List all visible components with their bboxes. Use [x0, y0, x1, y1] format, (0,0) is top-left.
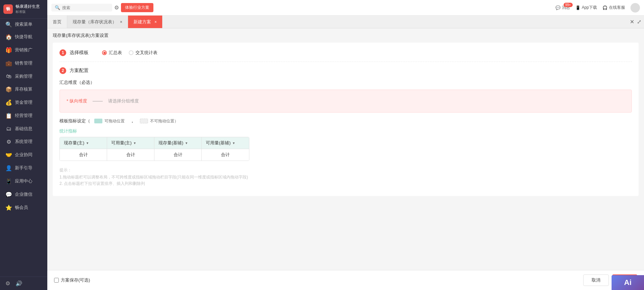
online-service-label: 在线客服 — [609, 5, 625, 10]
col1-chevron: ▾ — [134, 141, 136, 145]
clipboard-icon: 📋 — [5, 113, 12, 119]
sidebar-nav: 🔍 搜索菜单 🏠 快捷导航 🎁 营销推广 💼 销售管理 🛍 采购管理 📦 库存核… — [0, 19, 47, 276]
stat-section-title: 统计指标 — [59, 128, 632, 134]
not-draggable-color-box — [140, 119, 148, 123]
sidebar-item-search[interactable]: 🔍 搜索菜单 — [0, 19, 47, 30]
message-badge: 99+ — [564, 3, 573, 7]
save-checkbox[interactable]: 方案保存(可选) — [54, 277, 90, 283]
tabs-actions: ✕ ⤢ — [630, 19, 644, 25]
page-content: 现存量(库存状况表)方案设置 1 选择模板 汇总表 交叉统计表 — [47, 28, 644, 270]
audio-icon[interactable]: 🔊 — [16, 280, 22, 287]
sidebar-item-label: 营销推广 — [15, 47, 32, 53]
trial-industry-button[interactable]: 体验行业方案 — [121, 3, 153, 12]
tips-label: 提示： — [59, 167, 632, 173]
sidebar-item-system[interactable]: ⚙ 系统管理 — [0, 135, 47, 148]
col0-chevron: ▾ — [86, 141, 89, 145]
main-area: 🔍 ⚙ 体验行业方案 💬 消息 99+ 📱 App下载 🎧 在线客服 — [47, 0, 644, 290]
tab-home[interactable]: 首页 — [47, 16, 67, 28]
draggable-label: 可拖动位置 — [104, 118, 125, 124]
stat-col-1[interactable]: 可用量(主) ▾ — [107, 137, 154, 149]
online-service-group[interactable]: 🎧 在线客服 — [602, 5, 625, 10]
sidebar-item-sales[interactable]: 💼 销售管理 — [0, 57, 47, 70]
tips-item-1: 2. 点击标题栏下拉可设置排序、插入列和删除列 — [59, 181, 632, 187]
stat-col-2[interactable]: 现存量(基辅) ▾ — [154, 137, 202, 149]
sidebar-item-base-info[interactable]: 🗂 基础信息 — [0, 122, 47, 135]
user-avatar[interactable] — [630, 3, 640, 13]
briefcase-icon: 💼 — [5, 60, 12, 67]
headset-icon: 🎧 — [602, 5, 608, 10]
step2-label: 方案配置 — [70, 68, 89, 74]
indicator-settings-label: 模板指标设定（ — [59, 118, 90, 124]
page-footer: 方案保存(可选) 取消 查询 — [47, 270, 644, 290]
message-group[interactable]: 💬 消息 99+ — [555, 5, 570, 10]
app-download-group[interactable]: 📱 App下载 — [575, 5, 597, 10]
dimension-inner: * 纵向维度 请选择分组维度 — [67, 98, 625, 104]
tab-close-button[interactable]: ✕ — [630, 19, 634, 25]
sidebar-item-newcomer[interactable]: 👤 新手引导 — [0, 162, 47, 175]
sidebar-item-label: 销售管理 — [15, 60, 32, 66]
tab-inventory-close[interactable]: × — [120, 20, 122, 24]
save-checkbox-input[interactable] — [54, 278, 59, 283]
tab-expand-button[interactable]: ⤢ — [637, 19, 641, 25]
topbar-settings-icon[interactable]: ⚙ — [114, 4, 119, 11]
home-icon: 🏠 — [5, 34, 12, 40]
dimension-separator-line — [93, 101, 103, 101]
step2-header: 2 方案配置 — [59, 67, 632, 74]
sidebar-item-member[interactable]: ⭐ 畅会员 — [0, 201, 47, 214]
legend-separator: ， — [130, 118, 134, 124]
stat-table: 现存量(主) ▾ 可用量(主) ▾ 现存量(基辅) ▾ 可用量(基辅) ▾ — [59, 137, 249, 161]
sidebar-item-label: 搜索菜单 — [15, 21, 32, 27]
sidebar-item-label: 企业微信 — [15, 191, 32, 197]
topbar-search-input[interactable] — [62, 5, 103, 10]
tab-inventory[interactable]: 现存量（库存状况表） × — [67, 16, 128, 28]
sidebar-item-quick-nav[interactable]: 🏠 快捷导航 — [0, 30, 47, 44]
settings-bottom-icon[interactable]: ⚙ — [5, 280, 10, 287]
stat-cell-0: 合计 — [60, 149, 107, 161]
sidebar-item-wechat[interactable]: 💬 企业微信 — [0, 188, 47, 201]
radio-summary[interactable]: 汇总表 — [102, 50, 122, 56]
sidebar-item-inventory[interactable]: 📦 库存核算 — [0, 83, 47, 96]
not-draggable-label: 不可拖动位置） — [150, 118, 178, 124]
sidebar-item-label: 库存核算 — [15, 86, 32, 92]
box-icon: 📦 — [5, 86, 12, 93]
stat-col-3[interactable]: 可用量(基辅) ▾ — [202, 137, 249, 149]
step1-number: 1 — [59, 49, 66, 56]
sidebar-item-label: 基础信息 — [15, 126, 32, 132]
chat-icon: 💬 — [5, 191, 12, 198]
sidebar-logo: 畅 畅康通好生意 标准版 — [0, 0, 47, 19]
tab-inventory-label: 现存量（库存状况表） — [73, 19, 117, 25]
topbar-search-area[interactable]: 🔍 — [51, 4, 112, 11]
sidebar-item-app-center[interactable]: 📱 应用中心 — [0, 175, 47, 188]
save-option-label: 方案保存(可选) — [61, 277, 90, 283]
sidebar-item-marketing[interactable]: 🎁 营销推广 — [0, 44, 47, 57]
sidebar-item-label: 系统管理 — [15, 139, 32, 145]
cancel-button[interactable]: 取消 — [583, 274, 609, 286]
indicator-legend: 可拖动位置 ， 不可拖动位置） — [94, 118, 178, 124]
tips-item-0: 1.拖动标题栏可以调整布局，不可跨维度或指标区域拖动栏目字段(只能在同一维度或指… — [59, 174, 632, 180]
step2-number: 2 — [59, 67, 66, 74]
app-download-label: App下载 — [582, 5, 597, 10]
message-icon: 💬 — [555, 5, 561, 10]
sidebar-item-label: 经营管理 — [15, 113, 32, 119]
col3-chevron: ▾ — [233, 141, 235, 145]
gear-icon: ⚙ — [5, 139, 12, 145]
sidebar-item-label: 畅会员 — [15, 204, 28, 211]
ai-fab-button[interactable]: Ai — [612, 275, 644, 290]
stat-col-0[interactable]: 现存量(主) ▾ — [60, 137, 107, 149]
topbar-search-icon: 🔍 — [55, 5, 60, 10]
sidebar-item-finance[interactable]: 💰 资金管理 — [0, 96, 47, 109]
tab-new-plan-label: 新建方案 — [133, 19, 151, 25]
stat-cell-2: 合计 — [154, 149, 202, 161]
sidebar-item-operations[interactable]: 📋 经营管理 — [0, 109, 47, 122]
tips-section: 提示： 1.拖动标题栏可以调整布局，不可跨维度或指标区域拖动栏目字段(只能在同一… — [59, 167, 632, 187]
stat-cell-1: 合计 — [107, 149, 154, 161]
tabs-bar: 首页 现存量（库存状况表） × 新建方案 × ✕ ⤢ — [47, 16, 644, 28]
stat-table-header: 现存量(主) ▾ 可用量(主) ▾ 现存量(基辅) ▾ 可用量(基辅) ▾ — [60, 137, 249, 149]
radio-cross[interactable]: 交叉统计表 — [129, 50, 157, 56]
tab-new-plan-close[interactable]: × — [154, 20, 157, 24]
tab-new-plan[interactable]: 新建方案 × — [128, 16, 163, 28]
dimension-placeholder[interactable]: 请选择分组维度 — [108, 98, 139, 104]
sidebar-item-purchase[interactable]: 🛍 采购管理 — [0, 70, 47, 83]
logo-text: 畅康通好生意 标准版 — [16, 4, 40, 14]
sidebar-item-enterprise[interactable]: 🤝 企业协同 — [0, 148, 47, 162]
